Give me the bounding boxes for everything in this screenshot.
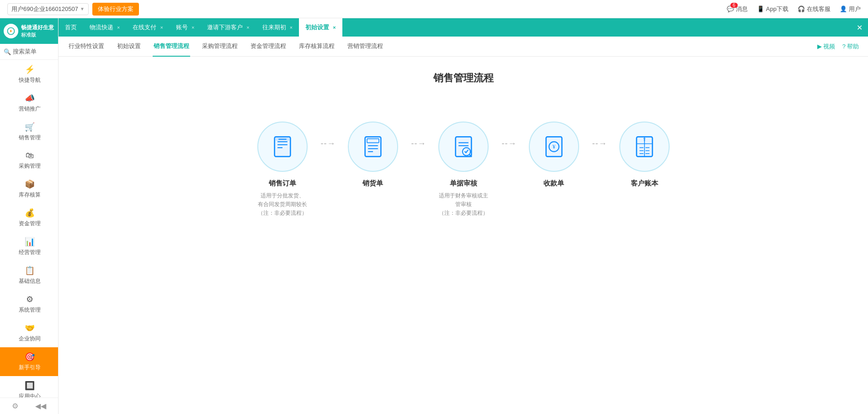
sidebar-item-purchase[interactable]: 🛍采购管理 xyxy=(0,146,58,175)
settings-icon[interactable]: ⚙ xyxy=(12,402,18,410)
sidebar-item-inventory[interactable]: 📦库存核算 xyxy=(0,175,58,203)
sidebar-label-sales: 销售管理 xyxy=(19,134,41,142)
flow-arrow-1: - - → xyxy=(321,122,335,149)
sidebar-item-app-center[interactable]: 🔲应用中心 xyxy=(0,376,58,398)
top-bar-left: 用户690企业1660120507 ▼ 体验行业方案 xyxy=(7,3,139,16)
flow-step-sales-order[interactable]: 销售订单适用于分批发货、有合同发货周期较长（注：非必要流程） xyxy=(246,122,319,218)
sidebar-label-base-info: 基础信息 xyxy=(19,277,41,285)
nav-tab-label-initial-setup: 初始设置 xyxy=(305,23,329,32)
layout: 畅捷通好生意 标准版 🔍 搜索菜单 ⚡快捷导航📣营销推广🛒销售管理🛍采购管理📦库… xyxy=(0,18,868,414)
sidebar-item-operations[interactable]: 📊经营管理 xyxy=(0,232,58,261)
sidebar-label-guide: 新手引导 xyxy=(19,364,41,372)
nav-tab-close-invite[interactable]: × xyxy=(246,25,249,30)
svg-rect-6 xyxy=(365,137,381,156)
flow-circle-sales-invoice xyxy=(348,122,398,172)
flow-step-desc-sales-order: 适用于分批发货、有合同发货周期较长（注：非必要流程） xyxy=(258,191,307,218)
nav-tab-account[interactable]: 账号× xyxy=(170,18,201,37)
flow-arrow-3: - - → xyxy=(502,122,516,149)
nav-tab-home[interactable]: 首页 xyxy=(59,18,83,37)
sub-tab-sales-flow[interactable]: 销售管理流程 xyxy=(153,37,190,57)
nav-tab-close-initial-setup[interactable]: × xyxy=(333,25,335,30)
flow-step-document-audit[interactable]: 单据审核适用于财务审核或主管审核（注：非必要流程） xyxy=(427,122,500,218)
logo-icon xyxy=(4,24,18,38)
close-all-tabs-button[interactable]: ✕ xyxy=(851,23,868,32)
flow-diagram: 销售订单适用于分批发货、有合同发货周期较长（注：非必要流程）- - → 销货单-… xyxy=(68,112,859,227)
flow-step-receipt[interactable]: ¥ 收款单 xyxy=(517,122,591,191)
collapse-icon[interactable]: ◀◀ xyxy=(35,402,46,410)
message-label: 消息 xyxy=(736,5,748,13)
logo-subtitle: 标准版 xyxy=(21,32,54,38)
sidebar-item-marketing[interactable]: 📣营销推广 xyxy=(0,89,58,117)
nav-tab-initial-setup[interactable]: 初始设置× xyxy=(299,18,342,37)
sub-tabs: 行业特性设置初始设置销售管理流程采购管理流程资金管理流程库存核算流程营销管理流程… xyxy=(59,37,868,57)
nav-tab-invite[interactable]: 邀请下游客户× xyxy=(201,18,256,37)
sidebar-label-purchase: 采购管理 xyxy=(19,162,41,170)
sidebar-icon-marketing: 📣 xyxy=(25,93,35,103)
user-account-item[interactable]: 👤 用户 xyxy=(840,5,861,13)
sidebar-search[interactable]: 🔍 搜索菜单 xyxy=(0,44,58,60)
sidebar-item-cooperation[interactable]: 🤝企业协同 xyxy=(0,318,58,347)
nav-tab-close-logistics[interactable]: × xyxy=(117,25,120,30)
flow-circle-receipt: ¥ xyxy=(529,122,579,172)
top-bar-right: 💬 6 消息 📱 App下载 🎧 在线客服 👤 用户 xyxy=(727,5,861,13)
nav-tab-payment[interactable]: 在线支付× xyxy=(126,18,169,37)
flow-step-title-sales-invoice: 销货单 xyxy=(362,179,383,188)
action-video[interactable]: ▶ 视频 xyxy=(817,42,835,51)
sidebar-icon-purchase: 🛍 xyxy=(26,151,34,160)
app-download-label: App下载 xyxy=(766,5,788,13)
sidebar-item-guide[interactable]: 🎯新手引导 xyxy=(0,347,58,376)
sidebar-icon-guide: 🎯 xyxy=(25,352,35,362)
action-help[interactable]: ? 帮助 xyxy=(842,42,859,51)
sub-tab-actions: ▶ 视频? 帮助 xyxy=(817,42,859,51)
logo-title: 畅捷通好生意 xyxy=(21,24,54,32)
flow-step-sales-invoice[interactable]: 销货单 xyxy=(336,122,410,191)
flow-step-title-customer-account: 客户账本 xyxy=(631,179,658,188)
nav-tab-label-period-init: 往来期初 xyxy=(262,23,286,32)
nav-tab-label-account: 账号 xyxy=(176,23,188,32)
flow-arrow-2: - - → xyxy=(411,122,425,149)
user-selector[interactable]: 用户690企业1660120507 ▼ xyxy=(7,3,89,15)
nav-tab-close-payment[interactable]: × xyxy=(160,25,163,30)
sub-tab-inventory-flow[interactable]: 库存核算流程 xyxy=(298,37,335,57)
trial-button[interactable]: 体验行业方案 xyxy=(92,3,139,16)
nav-tab-close-period-init[interactable]: × xyxy=(290,25,293,30)
sidebar-icon-cooperation: 🤝 xyxy=(25,323,35,333)
nav-tab-logistics[interactable]: 物流快递× xyxy=(83,18,126,37)
sub-tab-finance-flow[interactable]: 资金管理流程 xyxy=(250,37,287,57)
message-item[interactable]: 💬 6 消息 xyxy=(727,5,748,13)
sidebar-item-finance[interactable]: 💰资金管理 xyxy=(0,203,58,232)
content-area: 销售管理流程 销售订单适用于分批发货、有合同发货周期较长（注：非必要流程）- -… xyxy=(59,57,868,414)
sidebar-item-sales[interactable]: 🛒销售管理 xyxy=(0,117,58,146)
flow-step-customer-account[interactable]: ¥ 客户账本 xyxy=(608,122,681,191)
sidebar-item-base-info[interactable]: 📋基础信息 xyxy=(0,261,58,290)
sidebar-label-finance: 资金管理 xyxy=(19,220,41,228)
sub-tab-purchase-flow[interactable]: 采购管理流程 xyxy=(201,37,239,57)
sidebar-icon-quick-nav: ⚡ xyxy=(25,64,35,74)
nav-tab-period-init[interactable]: 往来期初× xyxy=(256,18,299,37)
nav-tab-label-home: 首页 xyxy=(65,23,77,32)
flow-step-title-document-audit: 单据审核 xyxy=(450,179,477,188)
sub-tab-marketing-flow[interactable]: 营销管理流程 xyxy=(346,37,384,57)
video-icon: ▶ xyxy=(817,43,822,50)
message-badge: 6 xyxy=(730,3,738,8)
chevron-down-icon: ▼ xyxy=(80,6,85,11)
app-download-item[interactable]: 📱 App下载 xyxy=(757,5,788,13)
sidebar-item-quick-nav[interactable]: ⚡快捷导航 xyxy=(0,60,58,89)
sub-tab-initial-setup[interactable]: 初始设置 xyxy=(116,37,142,57)
flow-circle-document-audit xyxy=(438,122,489,172)
message-icon-wrap: 💬 6 xyxy=(727,5,734,12)
sidebar-label-marketing: 营销推广 xyxy=(19,105,41,113)
online-service-item[interactable]: 🎧 在线客服 xyxy=(798,5,831,13)
sub-tab-industry-settings[interactable]: 行业特性设置 xyxy=(68,37,105,57)
flow-circle-sales-order xyxy=(257,122,308,172)
headset-icon: 🎧 xyxy=(798,5,805,12)
nav-tab-close-account[interactable]: × xyxy=(192,25,194,30)
sidebar-icon-base-info: 📋 xyxy=(25,265,35,276)
flow-step-title-sales-order: 销售订单 xyxy=(269,179,296,188)
svg-text:¥: ¥ xyxy=(552,143,555,150)
download-icon: 📱 xyxy=(757,5,764,12)
sidebar-label-app-center: 应用中心 xyxy=(19,393,41,398)
sidebar-icon-inventory: 📦 xyxy=(25,179,35,189)
sidebar-label-system: 系统管理 xyxy=(19,306,41,314)
sidebar-item-system[interactable]: ⚙系统管理 xyxy=(0,290,58,318)
